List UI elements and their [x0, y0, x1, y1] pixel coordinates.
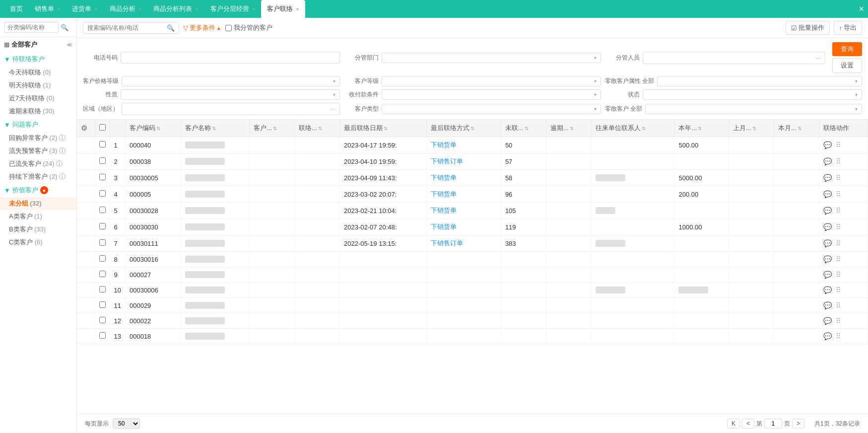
- more-conditions-btn[interactable]: ▽ 更多条件 ▲: [183, 23, 221, 32]
- col-checkbox[interactable]: [95, 120, 110, 137]
- grid-action-icon[interactable]: ⠿: [836, 141, 841, 149]
- last-method-link[interactable]: 下销货单: [431, 190, 457, 198]
- grid-action-icon[interactable]: ⠿: [836, 190, 841, 198]
- my-customers-checkbox-label[interactable]: 我分管的客户: [225, 23, 272, 32]
- grid-action-icon[interactable]: ⠿: [836, 332, 841, 340]
- grid-action-icon[interactable]: ⠿: [836, 207, 841, 215]
- sort-icon-code[interactable]: ⇅: [156, 126, 160, 131]
- sidebar-item-unclassified[interactable]: 未分组 (32): [0, 197, 76, 210]
- col-settings[interactable]: ⚙: [77, 120, 95, 137]
- cell-checkbox[interactable]: [95, 203, 110, 219]
- sort-icon-method[interactable]: ⇅: [470, 126, 474, 131]
- grid-action-icon[interactable]: ⠿: [836, 317, 841, 325]
- sidebar-group-problem[interactable]: ▼ 问题客户: [0, 118, 76, 132]
- tab-customer-contact[interactable]: 客户联络 ×: [261, 0, 305, 18]
- sort-icon-date[interactable]: ⇅: [384, 126, 388, 131]
- page-prev-btn[interactable]: <: [742, 419, 754, 429]
- tab-close-sales[interactable]: ×: [57, 6, 60, 12]
- sidebar-item-abnormal[interactable]: 回购异常客户 (2) ⓘ: [0, 132, 76, 144]
- row-checkbox[interactable]: [99, 190, 106, 197]
- row-checkbox[interactable]: [99, 239, 106, 246]
- cell-checkbox[interactable]: [95, 186, 110, 203]
- tab-bar-close-all[interactable]: ×: [859, 4, 864, 14]
- sidebar-item-week[interactable]: 近7天待联络 (0): [0, 92, 76, 105]
- cell-checkbox[interactable]: [95, 153, 110, 170]
- sidebar-item-today[interactable]: 今天待联络 (0): [0, 66, 76, 79]
- row-checkbox[interactable]: [99, 223, 106, 229]
- last-method-link[interactable]: 下销售订单: [431, 239, 463, 247]
- last-method-link[interactable]: 下销售订单: [431, 157, 463, 165]
- sidebar-group-pending[interactable]: ▼ 待联络客户: [0, 52, 76, 66]
- message-icon[interactable]: 💬: [823, 141, 832, 149]
- row-checkbox[interactable]: [99, 317, 106, 323]
- grid-action-icon[interactable]: ⠿: [836, 174, 841, 182]
- cell-checkbox[interactable]: [95, 137, 110, 153]
- page-input[interactable]: [764, 419, 782, 429]
- settings-icon[interactable]: ⚙: [81, 124, 87, 132]
- retail-attr-select[interactable]: ▾: [657, 76, 862, 86]
- message-icon[interactable]: 💬: [823, 271, 832, 279]
- row-checkbox[interactable]: [99, 271, 106, 277]
- sidebar-item-tomorrow[interactable]: 明天待联络 (1): [0, 79, 76, 92]
- sort-icon-name[interactable]: ⇅: [212, 126, 216, 131]
- message-icon[interactable]: 💬: [823, 174, 832, 182]
- export-button[interactable]: ↑ 导出: [834, 21, 863, 35]
- sort-icon-tm[interactable]: ⇅: [798, 126, 801, 131]
- batch-ops-button[interactable]: ☑ 批量操作: [786, 21, 830, 35]
- status-select[interactable]: ▾: [643, 89, 862, 100]
- last-method-link[interactable]: 下销货单: [431, 223, 457, 230]
- page-next-btn[interactable]: >: [792, 419, 804, 429]
- row-checkbox[interactable]: [99, 332, 106, 339]
- grid-action-icon[interactable]: ⠿: [836, 286, 841, 294]
- page-first-btn[interactable]: K: [727, 419, 740, 429]
- region-select[interactable]: ···: [122, 103, 340, 115]
- sidebar-item-group-a[interactable]: A类客户 (1): [0, 210, 76, 223]
- sidebar-item-group-b[interactable]: B类客户 (33): [0, 223, 76, 236]
- grid-action-icon[interactable]: ⠿: [836, 271, 841, 279]
- sidebar-all-customers[interactable]: ⊞ 全部客户 ≪: [0, 37, 76, 52]
- message-icon[interactable]: 💬: [823, 255, 832, 263]
- page-size-select[interactable]: 50 100: [113, 418, 140, 429]
- payment-select[interactable]: ▾: [382, 89, 601, 100]
- sidebar-search-icon[interactable]: 🔍: [61, 24, 68, 31]
- tab-close-product-analysis-list[interactable]: ×: [195, 6, 198, 12]
- sort-icon-contact[interactable]: ⇅: [318, 126, 322, 131]
- sort-icon-ty[interactable]: ⇅: [698, 126, 702, 131]
- cell-checkbox[interactable]: [95, 329, 110, 344]
- customer-type-select[interactable]: ▾: [382, 104, 601, 114]
- message-icon[interactable]: 💬: [823, 301, 832, 309]
- grade-select[interactable]: ▾: [382, 76, 601, 86]
- cell-checkbox[interactable]: [95, 313, 110, 329]
- row-checkbox[interactable]: [99, 255, 106, 262]
- sort-icon-un[interactable]: ⇅: [525, 126, 529, 131]
- cell-checkbox[interactable]: [95, 252, 110, 267]
- message-icon[interactable]: 💬: [823, 207, 832, 215]
- message-icon[interactable]: 💬: [823, 190, 832, 198]
- last-method-link[interactable]: 下销货单: [431, 141, 457, 148]
- sort-icon-od[interactable]: ⇅: [570, 126, 574, 131]
- row-checkbox[interactable]: [99, 141, 106, 147]
- price-grade-select[interactable]: ▾: [122, 76, 340, 86]
- retail-select[interactable]: ▾: [645, 104, 862, 114]
- grid-action-icon[interactable]: ⠿: [836, 239, 841, 247]
- sidebar-item-group-c[interactable]: C类客户 (6): [0, 236, 76, 249]
- search-input[interactable]: [87, 24, 167, 31]
- cell-checkbox[interactable]: [95, 219, 110, 235]
- sidebar-item-lost[interactable]: 已流失客户 (24) ⓘ: [0, 157, 76, 170]
- reset-button[interactable]: 设置: [832, 58, 862, 73]
- sort-icon-cat[interactable]: ⇅: [273, 126, 277, 131]
- cell-checkbox[interactable]: [95, 298, 110, 313]
- message-icon[interactable]: 💬: [823, 239, 832, 247]
- sort-icon-uc[interactable]: ⇅: [642, 126, 646, 131]
- tab-sales[interactable]: 销售单 ×: [29, 0, 66, 18]
- row-checkbox[interactable]: [99, 301, 106, 308]
- message-icon[interactable]: 💬: [823, 286, 832, 294]
- sidebar-collapse-btn[interactable]: ≪: [67, 42, 72, 48]
- search-button[interactable]: 查询: [832, 42, 862, 56]
- row-checkbox[interactable]: [99, 207, 106, 213]
- manager-select[interactable]: ···: [643, 52, 825, 64]
- tab-customer-segment[interactable]: 客户分层经营 ×: [204, 0, 261, 18]
- tab-close-customer-segment[interactable]: ×: [252, 6, 255, 12]
- sidebar-search-input[interactable]: [4, 22, 59, 33]
- sidebar-item-overdue[interactable]: 逾期未联络 (30): [0, 105, 76, 118]
